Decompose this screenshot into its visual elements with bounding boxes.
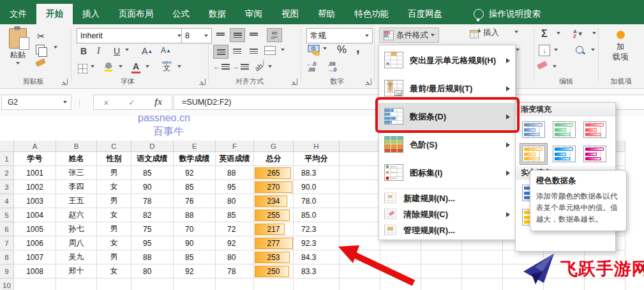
insert-function-button[interactable]: fx: [154, 97, 162, 107]
column-header-H[interactable]: H: [294, 141, 340, 152]
cell-D6[interactable]: 75: [131, 222, 174, 236]
cell-H2[interactable]: 88.3: [294, 166, 340, 180]
cell-A9[interactable]: 1008: [14, 264, 56, 279]
row-header-3[interactable]: 3: [0, 180, 14, 194]
header-cell-平均分[interactable]: 平均分: [294, 152, 340, 166]
tab-特色功能[interactable]: 特色功能: [345, 4, 398, 24]
cell-B2[interactable]: 张三: [56, 166, 97, 180]
percent-style-button[interactable]: %: [337, 43, 347, 56]
cell-H6[interactable]: 72.3: [294, 222, 340, 236]
cell-G3[interactable]: 270: [254, 180, 294, 194]
underline-dropdown[interactable]: [125, 49, 129, 51]
cell-E9[interactable]: 92: [174, 264, 216, 279]
borders-dropdown[interactable]: [91, 65, 94, 68]
cell-D9[interactable]: 80: [131, 264, 174, 279]
cell-F8[interactable]: 80: [216, 250, 254, 264]
column-header-F[interactable]: F: [216, 141, 254, 152]
cell-B3[interactable]: 李四: [56, 180, 97, 194]
cell-G9[interactable]: 250: [254, 264, 294, 279]
cell-E7[interactable]: 90: [174, 236, 216, 250]
cell-C6[interactable]: 男: [97, 222, 131, 236]
empty-cell[interactable]: [421, 250, 462, 264]
empty-cell[interactable]: [340, 194, 380, 208]
empty-cell[interactable]: [380, 250, 421, 264]
header-cell-性别[interactable]: 性别: [97, 152, 131, 166]
empty-cell[interactable]: [585, 250, 625, 264]
empty-cell[interactable]: [254, 279, 294, 290]
empty-cell[interactable]: [462, 279, 503, 290]
cell-C9[interactable]: 女: [97, 264, 131, 279]
tell-me-search[interactable]: 操作说明搜索: [474, 4, 541, 24]
cell-F3[interactable]: 95: [216, 180, 254, 194]
paste-button[interactable]: 粘贴: [9, 28, 27, 65]
resize-dots-icon[interactable]: ⋮: [75, 98, 84, 107]
empty-cell[interactable]: [462, 250, 503, 264]
cell-D3[interactable]: 90: [131, 180, 174, 194]
cell-C4[interactable]: 男: [97, 194, 131, 208]
cell-F2[interactable]: 88: [216, 166, 254, 180]
tab-开始[interactable]: 开始: [36, 4, 73, 24]
tab-视图[interactable]: 视图: [272, 4, 308, 24]
delete-dropdown[interactable]: [516, 49, 520, 51]
swatch-blue-data-bar[interactable]: [520, 119, 548, 141]
cell-A8[interactable]: 1007: [14, 250, 56, 264]
cell-E5[interactable]: 88: [174, 208, 216, 222]
row-header-1[interactable]: 1: [0, 152, 14, 166]
italic-button[interactable]: I: [97, 46, 100, 56]
empty-cell[interactable]: [585, 279, 625, 290]
header-cell-英语成绩[interactable]: 英语成绩: [216, 152, 254, 166]
cell-E3[interactable]: 85: [174, 180, 216, 194]
empty-cell[interactable]: [503, 250, 544, 264]
column-header-C[interactable]: C: [97, 141, 131, 152]
phonetic-guide-button[interactable]: wén 文: [162, 60, 172, 70]
decrease-indent-button[interactable]: ←: [213, 63, 230, 70]
cell-G5[interactable]: 255: [254, 208, 294, 222]
menu-item-清除规则(C)[interactable]: 清除规则(C): [379, 206, 515, 222]
empty-cell[interactable]: [503, 264, 544, 279]
font-name-select[interactable]: Inherit: [77, 28, 185, 43]
row-header-9[interactable]: 9: [0, 264, 14, 279]
header-cell-总分[interactable]: 总分: [254, 152, 294, 166]
shrink-font-button[interactable]: A▲: [161, 46, 171, 55]
cell-A2[interactable]: 1001: [14, 166, 56, 180]
empty-cell[interactable]: [585, 264, 625, 279]
tab-百度网盘[interactable]: 百度网盘: [398, 4, 452, 24]
cell-G8[interactable]: 253: [254, 250, 294, 264]
cell-G2[interactable]: 265: [254, 166, 294, 180]
cell-E4[interactable]: 76: [174, 194, 216, 208]
clipboard-dialog-launcher[interactable]: [61, 79, 68, 85]
cell-C2[interactable]: 男: [97, 166, 131, 180]
empty-cell[interactable]: [294, 279, 340, 290]
increase-indent-button[interactable]: →: [232, 63, 249, 70]
cell-E2[interactable]: 92: [174, 166, 216, 180]
cell-H4[interactable]: 78.0: [294, 194, 340, 208]
empty-cell[interactable]: [503, 279, 544, 290]
cell-B4[interactable]: 王五: [56, 194, 97, 208]
empty-cell[interactable]: [421, 279, 462, 290]
tab-公式[interactable]: 公式: [163, 4, 199, 24]
tab-帮助[interactable]: 帮助: [308, 4, 345, 24]
swatch-purple-data-bar[interactable]: [581, 143, 609, 165]
clear-dropdown[interactable]: [553, 65, 557, 68]
row-header-7[interactable]: 7: [0, 236, 14, 250]
find-select-button[interactable]: [576, 46, 583, 54]
empty-cell[interactable]: [544, 264, 585, 279]
tab-数据[interactable]: 数据: [199, 4, 236, 24]
cell-H8[interactable]: 84.3: [294, 250, 340, 264]
column-header-G[interactable]: G: [254, 141, 294, 152]
empty-cell[interactable]: [56, 279, 97, 290]
tab-插入[interactable]: 插入: [73, 4, 109, 24]
align-bottom-button[interactable]: [246, 28, 260, 41]
cell-H5[interactable]: 85.0: [294, 208, 340, 222]
underline-button[interactable]: U: [114, 46, 120, 56]
empty-cell[interactable]: [340, 166, 380, 180]
cell-D4[interactable]: 78: [131, 194, 174, 208]
column-header-blank[interactable]: [340, 141, 380, 152]
cell-H9[interactable]: 83.3: [294, 264, 340, 279]
align-top-button[interactable]: [213, 28, 227, 41]
cell-A6[interactable]: 1005: [14, 222, 56, 236]
copy-button[interactable]: [36, 45, 45, 54]
column-header-D[interactable]: D: [131, 141, 174, 152]
cut-button[interactable]: ✂: [37, 31, 45, 42]
cell-B6[interactable]: 孙七: [56, 222, 97, 236]
